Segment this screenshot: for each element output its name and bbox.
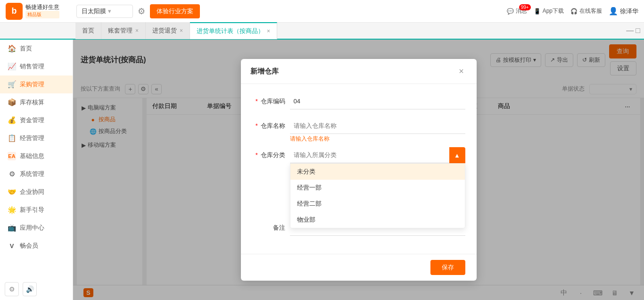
code-input[interactable]	[290, 93, 465, 109]
messages-badge: 99+	[519, 4, 531, 10]
chevron-down-icon: ▾	[108, 8, 111, 15]
sidebar-label-newbie: 新手引导	[20, 206, 44, 214]
tab-actions: — □	[626, 26, 644, 35]
tab-account-label: 账套管理	[108, 26, 132, 35]
sidebar-item-enterprise[interactable]: 🤝 企业协同	[0, 183, 73, 201]
app-logo-icon: b	[6, 3, 23, 20]
top-header: b 畅捷通好生意 精品版 日太阳膜 ▾ ⚙ 体验行业方案 💬 消息 99+ 📱 …	[0, 0, 644, 23]
name-label: * 仓库名称	[252, 118, 290, 130]
avatar-icon: 👤	[609, 7, 618, 16]
sidebar-speaker-btn[interactable]: 🔊	[23, 282, 37, 296]
required-star-2: *	[256, 122, 258, 129]
app-download-label: App下载	[543, 7, 564, 15]
sidebar-label-operations: 经营管理	[20, 134, 44, 142]
sidebar-label-finance: 资金管理	[20, 116, 44, 125]
dropdown-item-ops1[interactable]: 经营一部	[290, 180, 465, 196]
messages-tool[interactable]: 💬 消息 99+	[507, 7, 527, 15]
sidebar-item-appcenter[interactable]: 📺 应用中心	[0, 219, 73, 237]
store-name: 日太阳膜	[82, 7, 106, 16]
newbie-icon: 🌟	[8, 206, 16, 214]
required-star-3: *	[256, 151, 258, 158]
sidebar-item-basic[interactable]: EA 基础信息	[0, 147, 73, 165]
headset-icon: 🎧	[570, 8, 578, 15]
app-badge: 精品版	[25, 11, 59, 18]
operations-icon: 📋	[8, 134, 16, 142]
sidebar-label-home: 首页	[20, 44, 32, 53]
sidebar-label-basic: 基础信息	[20, 152, 44, 160]
required-star: *	[256, 98, 258, 105]
sidebar-item-finance[interactable]: 💰 资金管理	[0, 111, 73, 129]
save-button[interactable]: 保存	[430, 260, 465, 275]
tab-maximize-button[interactable]: □	[636, 26, 640, 35]
tab-purchase-return[interactable]: 进货退货 ×	[146, 22, 190, 39]
sidebar-item-purchase[interactable]: 🛒 采购管理	[0, 75, 73, 93]
name-field-wrapper: 请输入仓库名称	[290, 118, 465, 134]
sidebar-item-member[interactable]: V 畅会员	[0, 237, 73, 255]
user-area[interactable]: 👤 徐泽华	[609, 7, 638, 16]
add-warehouse-modal: 新增仓库 × * 仓库编码 *	[241, 59, 477, 281]
sidebar-label-sales: 销售管理	[20, 62, 44, 71]
tab-bar: 首页 账套管理 × 进货退货 × 进货单统计表（按商品） × — □	[0, 23, 644, 40]
dropdown-item-ops2[interactable]: 经营二部	[290, 196, 465, 212]
sidebar-label-member: 畅会员	[20, 242, 38, 250]
modal-overlay[interactable]: 新增仓库 × * 仓库编码 *	[73, 40, 644, 300]
app-download-tool[interactable]: 📱 App下载	[534, 7, 564, 15]
tab-purchase-stats-close[interactable]: ×	[267, 28, 270, 34]
sidebar-item-home[interactable]: 🏠 首页	[0, 40, 73, 58]
message-icon: 💬	[507, 8, 514, 15]
header-tools: 💬 消息 99+ 📱 App下载 🎧 在线客服 👤 徐泽华	[507, 7, 638, 16]
dropdown-item-property[interactable]: 物业部	[290, 212, 465, 228]
enterprise-icon: 🤝	[8, 188, 16, 196]
form-row-category: * 仓库分类 ▲ 未分类 经营一部 经营二部	[252, 147, 465, 163]
member-icon: V	[8, 242, 16, 250]
tab-home-label: 首页	[82, 26, 94, 35]
main-layout: 🏠 首页 📈 销售管理 🛒 采购管理 📦 库存核算 💰 资金管理 📋 经营管理 …	[0, 40, 644, 300]
sidebar-label-enterprise: 企业协同	[20, 188, 44, 196]
sidebar-settings-btn[interactable]: ⚙	[5, 282, 19, 296]
gear-settings-icon[interactable]: ⚙	[138, 6, 145, 17]
sidebar: 🏠 首页 📈 销售管理 🛒 采购管理 📦 库存核算 💰 资金管理 📋 经营管理 …	[0, 40, 73, 300]
form-row-code: * 仓库编码	[252, 93, 465, 109]
modal-close-button[interactable]: ×	[456, 66, 467, 77]
sidebar-item-system[interactable]: ⚙ 系统管理	[0, 165, 73, 183]
form-row-name: * 仓库名称 请输入仓库名称	[252, 118, 465, 134]
finance-icon: 💰	[8, 116, 16, 125]
modal-footer: 保存	[241, 254, 477, 281]
modal-title: 新增仓库	[250, 67, 279, 76]
code-label: * 仓库编码	[252, 93, 290, 106]
category-select-wrapper: ▲ 未分类 经营一部 经营二部 物业部	[290, 147, 465, 163]
tab-purchase-return-close[interactable]: ×	[180, 27, 183, 34]
dropdown-item-uncategorized[interactable]: 未分类	[290, 164, 465, 180]
tab-purchase-stats[interactable]: 进货单统计表（按商品） ×	[190, 22, 277, 39]
phone-icon: 📱	[534, 8, 541, 15]
sidebar-item-newbie[interactable]: 🌟 新手引导	[0, 201, 73, 219]
home-icon: 🏠	[8, 44, 16, 53]
sidebar-item-operations[interactable]: 📋 经营管理	[0, 129, 73, 147]
sidebar-label-system: 系统管理	[20, 170, 44, 178]
app-name: 畅捷通好生意	[25, 4, 59, 11]
sales-icon: 📈	[8, 62, 16, 71]
sidebar-label-inventory: 库存核算	[20, 98, 44, 107]
sidebar-bottom: ⚙ 🔊	[0, 278, 73, 300]
trial-button[interactable]: 体验行业方案	[150, 4, 200, 18]
category-input[interactable]	[290, 147, 465, 163]
chevron-up-icon: ▲	[454, 152, 460, 159]
online-service-tool[interactable]: 🎧 在线客服	[570, 7, 602, 15]
user-name: 徐泽华	[620, 7, 638, 16]
tab-minimize-button[interactable]: —	[626, 26, 634, 35]
category-dropdown-toggle[interactable]: ▲	[449, 147, 465, 163]
tab-home[interactable]: 首页	[75, 22, 101, 39]
tab-account-close[interactable]: ×	[135, 27, 139, 34]
tab-account[interactable]: 账套管理 ×	[101, 22, 146, 39]
store-selector[interactable]: 日太阳膜 ▾	[76, 5, 133, 18]
purchase-icon: 🛒	[8, 80, 16, 89]
sidebar-label-purchase: 采购管理	[20, 80, 44, 89]
content-area: 进货单统计(按商品) 🖨 按模板打印 ▾ ↗ 导出 ↺ 刷新 查询 设置	[73, 40, 644, 300]
sidebar-label-appcenter: 应用中心	[20, 224, 44, 232]
category-dropdown: 未分类 经营一部 经营二部 物业部	[290, 163, 465, 228]
sidebar-item-inventory[interactable]: 📦 库存核算	[0, 93, 73, 111]
modal-header: 新增仓库 ×	[241, 59, 477, 84]
sidebar-item-sales[interactable]: 📈 销售管理	[0, 58, 73, 75]
basic-info-icon: EA	[8, 152, 16, 160]
name-input[interactable]	[290, 118, 465, 134]
